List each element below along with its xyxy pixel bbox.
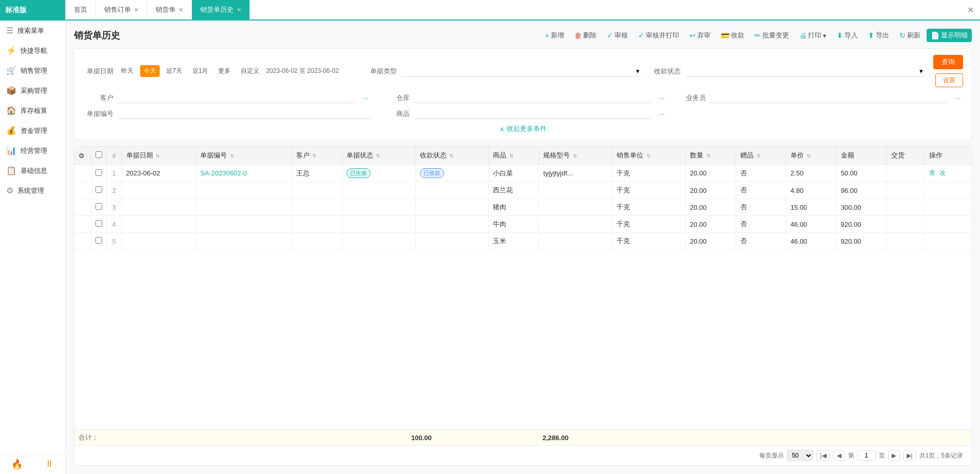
row3-unit-price: 15.00 (786, 199, 836, 216)
row5-check[interactable] (95, 237, 102, 244)
row1-view-action[interactable]: 查 (929, 169, 935, 176)
sidebar-item-purchase-mgmt[interactable]: 📦 采购管理 (0, 81, 65, 101)
date-today-btn[interactable]: 今天 (140, 65, 160, 77)
sidebar-item-inventory[interactable]: 🏠 库存核算 (0, 101, 65, 121)
table-scroll-area[interactable]: ⚙ # 单据日期 ⇅ 单据编号 (74, 147, 971, 429)
per-page-select[interactable]: 20 50 100 (787, 450, 813, 461)
salesperson-input[interactable] (710, 92, 949, 103)
warehouse-input[interactable] (414, 92, 652, 103)
row4-check[interactable] (95, 220, 102, 227)
delete-button[interactable]: 🗑 删除 (570, 29, 601, 42)
row2-check[interactable] (95, 186, 102, 193)
col-payment-status[interactable]: 收款状态 ⇅ (415, 147, 489, 165)
query-button[interactable]: 查询 (933, 55, 963, 69)
row5-checkbox[interactable] (91, 233, 106, 250)
salesperson-ellipsis-icon[interactable]: ··· (953, 94, 963, 102)
last-page-button[interactable]: ▶| (903, 450, 916, 461)
sidebar-item-base-info[interactable]: 📋 基础信息 (0, 161, 65, 181)
col-spec[interactable]: 规格型号 ⇅ (539, 147, 612, 165)
batch-change-button[interactable]: ✏ 批量变更 (751, 29, 793, 42)
col-gift[interactable]: 赠品 ⇅ (736, 147, 786, 165)
col-amount[interactable]: 金额 (836, 147, 887, 165)
row1-num: 1 (106, 165, 122, 182)
row1-gift: 否 (736, 165, 786, 182)
row4-checkbox[interactable] (91, 216, 106, 233)
tab-sales-delivery[interactable]: 销货单 ✕ (147, 0, 192, 20)
collapse-filter-btn[interactable]: ∧ 收起更多条件 (83, 124, 963, 133)
sidebar-item-operation[interactable]: 📊 经营管理 (0, 141, 65, 161)
audit-print-button[interactable]: ✓ 审核并打印 (634, 29, 683, 42)
row1-edit-action[interactable]: 改 (939, 169, 946, 176)
export-button[interactable]: ⬆ 导出 (864, 29, 893, 42)
show-detail-button[interactable]: 📄 显示明细 (927, 29, 972, 42)
row1-check[interactable] (95, 169, 102, 176)
row2-product: 西兰花 (489, 182, 539, 199)
print-button[interactable]: 🖨 打印 ▾ (795, 29, 831, 42)
customer-ellipsis-icon[interactable]: ··· (360, 94, 371, 102)
filter-row-1: 单据日期 昨天 今天 近7天 近1月 更多 自定义 2023-06-02 至 2… (83, 55, 963, 87)
warehouse-ellipsis-icon[interactable]: ··· (657, 94, 667, 102)
fire-icon[interactable]: 🔥 (11, 459, 23, 470)
date-yesterday-btn[interactable]: 昨天 (118, 65, 137, 77)
row2-checkbox[interactable] (91, 182, 106, 199)
col-product[interactable]: 商品 ⇅ (489, 147, 539, 165)
date-last7-btn[interactable]: 近7天 (163, 65, 186, 77)
col-qty[interactable]: 数量 ⇅ (686, 147, 736, 165)
payment-status-select[interactable]: ▾ (685, 66, 925, 77)
page-number-input[interactable] (857, 450, 876, 461)
col-customer[interactable]: 客户 ⇅ (292, 147, 342, 165)
row1-doc-number[interactable]: SA-20230602-0 (196, 165, 292, 182)
tab-sales-order[interactable]: 销售订单 ✕ (96, 0, 147, 20)
select-all-checkbox[interactable] (95, 151, 102, 158)
sort-spec-icon: ⇅ (573, 153, 577, 159)
row3-checkbox[interactable] (91, 199, 106, 216)
prev-page-button[interactable]: ◀ (833, 450, 845, 461)
close-all-tabs-button[interactable]: ✕ (961, 5, 980, 15)
row1-checkbox[interactable] (91, 165, 106, 182)
sidebar-item-sys-mgmt[interactable]: ⚙ 系统管理 (0, 181, 65, 201)
sidebar-item-finance[interactable]: 💰 资金管理 (0, 121, 65, 141)
first-page-button[interactable]: |◀ (816, 450, 830, 461)
close-tab-sales-delivery[interactable]: ✕ (179, 7, 183, 13)
col-doc-number[interactable]: 单据编号 ⇅ (196, 147, 292, 165)
col-unit[interactable]: 销售单位 ⇅ (612, 147, 686, 165)
col-unit-price[interactable]: 单价 ⇅ (786, 147, 836, 165)
tab-sales-history[interactable]: 销货单历史 ✕ (192, 0, 250, 20)
pause-icon[interactable]: ⏸ (45, 459, 54, 470)
audit-button[interactable]: ✓ 审核 (603, 29, 632, 42)
row1-settings (74, 165, 91, 182)
col-num: # (106, 147, 122, 165)
refresh-button[interactable]: ↻ 刷新 (895, 29, 925, 42)
sidebar-item-sales-mgmt[interactable]: 🛒 销售管理 (0, 61, 65, 81)
product-ellipsis-icon[interactable]: ··· (657, 110, 667, 118)
row2-unit-price: 4.80 (786, 182, 836, 199)
abandon-button[interactable]: ↩ 弃审 (685, 29, 715, 42)
date-more-btn[interactable]: 更多 (215, 65, 234, 77)
product-input[interactable] (414, 108, 652, 119)
row5-unit-price: 46.00 (786, 233, 836, 250)
date-last1month-btn[interactable]: 近1月 (189, 65, 212, 77)
customer-input[interactable] (118, 92, 356, 103)
row3-check[interactable] (95, 203, 102, 210)
col-checkbox[interactable] (91, 147, 106, 165)
row4-doc-number (196, 216, 292, 233)
date-custom-btn[interactable]: 自定义 (237, 65, 263, 77)
import-button[interactable]: ⬇ 导入 (833, 29, 862, 42)
close-tab-sales-order[interactable]: ✕ (134, 7, 139, 13)
tab-home[interactable]: 首页 (66, 0, 96, 20)
row3-action (925, 199, 971, 216)
col-settings[interactable]: ⚙ (74, 147, 91, 165)
new-button[interactable]: + 新增 (541, 29, 568, 42)
sidebar-item-quick-nav[interactable]: ⚡ 快捷导航 (0, 41, 65, 61)
doc-number-input[interactable] (118, 108, 371, 119)
close-tab-sales-history[interactable]: ✕ (237, 7, 241, 13)
doc-type-select[interactable]: ▾ (401, 66, 641, 77)
col-doc-date[interactable]: 单据日期 ⇅ (122, 147, 196, 165)
row1-doc-status: 已生效 (342, 165, 415, 182)
next-page-button[interactable]: ▶ (888, 450, 900, 461)
collect-button[interactable]: 💳 收款 (717, 29, 748, 42)
row1-payment-status-badge: 已收款 (420, 168, 444, 178)
set-button[interactable]: 设置 (935, 73, 963, 87)
col-doc-status[interactable]: 单据状态 ⇅ (342, 147, 415, 165)
sidebar-item-search-menu[interactable]: ☰ 搜索菜单 (0, 21, 65, 41)
